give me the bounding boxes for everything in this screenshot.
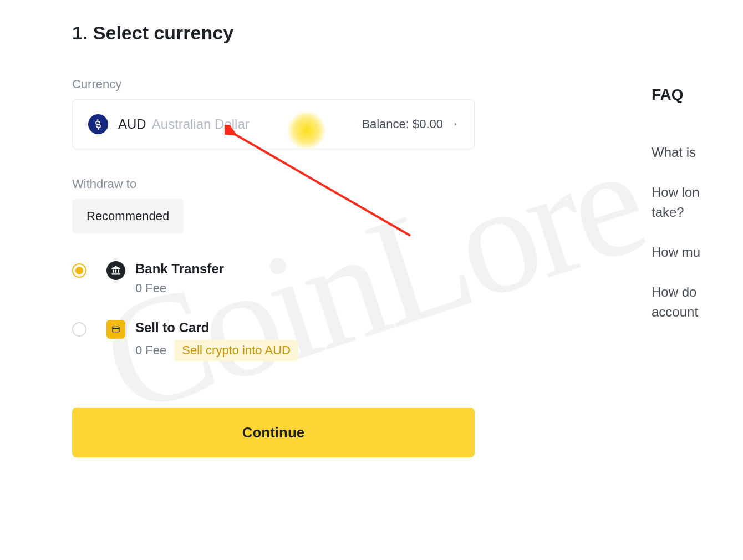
card-icon [106,320,125,339]
bank-icon [106,261,125,280]
faq-item[interactable]: How do account [652,282,743,322]
sell-crypto-pill: Sell crypto into AUD [174,340,298,361]
withdraw-method-bank-transfer[interactable]: Bank Transfer 0 Fee [72,261,475,296]
method-title: Bank Transfer [135,261,224,277]
faq-item[interactable]: What is [652,142,743,162]
currency-label: Currency [72,77,475,91]
currency-code: AUD [118,116,146,132]
withdraw-method-sell-to-card[interactable]: Sell to Card 0 Fee Sell crypto into AUD [72,320,475,361]
dollar-icon [88,114,108,134]
faq-item[interactable]: How mu [652,242,743,262]
method-title: Sell to Card [135,320,298,335]
page-title: 1. Select currency [72,22,475,44]
radio-bank-transfer[interactable] [72,263,86,278]
radio-sell-to-card[interactable] [72,322,86,337]
faq-item[interactable]: How lon take? [652,182,743,222]
tab-recommended[interactable]: Recommended [72,199,184,233]
method-fee: 0 Fee [135,281,166,296]
withdraw-to-label: Withdraw to [72,177,475,191]
faq-heading: FAQ [652,86,743,104]
currency-name: Australian Dollar [152,116,250,132]
chevron-right-icon [453,119,459,129]
currency-selector[interactable]: AUD Australian Dollar Balance: $0.00 [72,99,475,149]
balance-text: Balance: $0.00 [362,117,443,131]
method-fee: 0 Fee [135,343,166,358]
continue-button[interactable]: Continue [72,408,475,457]
